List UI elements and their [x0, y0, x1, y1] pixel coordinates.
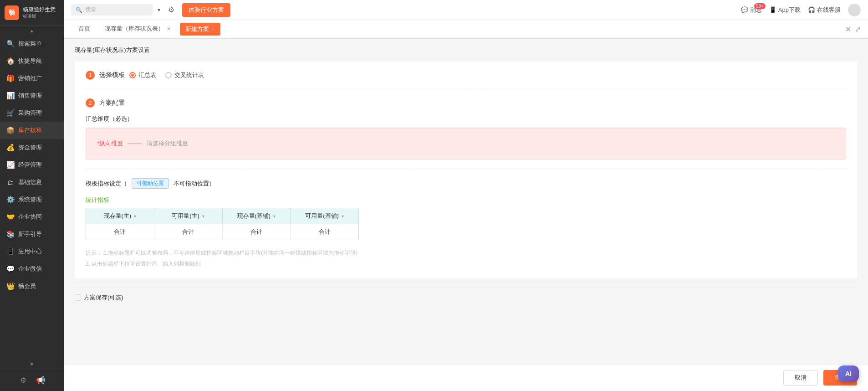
search-icon: 🔍: [6, 40, 15, 48]
tab-home-label: 首页: [78, 25, 90, 33]
sidebar-scroll-up[interactable]: ▲: [0, 26, 64, 35]
topbar-online-service[interactable]: 🎧 在线客服: [808, 6, 841, 14]
radio-summary-circle: [129, 72, 136, 78]
sidebar-item-marketing[interactable]: 🎁 营销推广: [0, 70, 64, 87]
sidebar-item-wecom[interactable]: 💬 企业微信: [0, 260, 64, 278]
sidebar-item-inventory[interactable]: 📦 库存核算: [0, 122, 64, 139]
indicator-label: 模板指标设定（: [86, 180, 127, 188]
sidebar-item-basicinfo[interactable]: 🗂 基础信息: [0, 174, 64, 191]
sidebar-item-newguide[interactable]: 📚 新手引导: [0, 226, 64, 243]
sidebar-item-label: 企业微信: [18, 265, 42, 273]
speaker-icon[interactable]: 📢: [34, 374, 47, 386]
dimension-placeholder: 请选择分组维度: [147, 139, 188, 148]
cart-icon: 🛒: [6, 109, 15, 117]
dimension-box[interactable]: *纵向维度 —— 请选择分组维度: [86, 128, 846, 159]
sidebar-item-label: 企业协同: [18, 213, 42, 221]
box-icon: 📦: [6, 126, 15, 134]
section1-title: 选择模板: [99, 71, 125, 79]
topbar-right: 💬 消息 99+ 📱 App下载 🎧 在线客服: [741, 4, 861, 16]
tab-expand-icon[interactable]: ⤢: [855, 25, 861, 34]
mobile-icon: 📱: [6, 247, 15, 256]
topbar-search-box[interactable]: 🔍 搜索: [71, 4, 153, 15]
sidebar-item-sales[interactable]: 📊 销售管理: [0, 87, 64, 104]
indicator-row: 模板指标设定（ 可拖动位置 不可拖动位置）: [86, 178, 846, 189]
sidebar-item-purchase[interactable]: 🛒 采购管理: [0, 104, 64, 122]
section-divider-2: [86, 169, 846, 169]
sidebar-item-label: 系统管理: [18, 196, 42, 204]
header-label-2: 现存量(基辅): [237, 212, 271, 220]
gear-icon: ⚙️: [6, 196, 15, 204]
sidebar-item-collab[interactable]: 🤝 企业协同: [0, 208, 64, 226]
tab-new-scheme[interactable]: 新建方案 ✕: [180, 23, 220, 36]
chart-icon: 📊: [6, 92, 15, 100]
tab-home[interactable]: 首页: [71, 20, 97, 38]
topbar-gear-icon[interactable]: ⚙: [165, 4, 178, 16]
user-avatar[interactable]: [848, 4, 861, 16]
sidebar-item-label: 畅会员: [18, 282, 36, 290]
section1-num: 1: [86, 71, 95, 80]
sidebar: 畅 畅康通好生意 标准版 ▲ 🔍 搜索菜单 🏠 快捷导航 🎁 营销推广 📊 销售…: [0, 0, 64, 391]
try-industry-button[interactable]: 体验行业方案: [182, 3, 230, 17]
topbar-dropdown[interactable]: ▾: [158, 7, 160, 13]
tab-new-close[interactable]: ✕: [211, 26, 215, 32]
tab-inventory-close[interactable]: ✕: [167, 26, 171, 32]
download-icon: 📱: [769, 6, 776, 13]
settings-icon[interactable]: ⚙: [17, 374, 30, 386]
headset-icon: 🎧: [808, 6, 815, 13]
chevron-down-icon-0: ▾: [134, 214, 136, 219]
sidebar-item-finance[interactable]: 💰 资金管理: [0, 139, 64, 156]
header-cell-1[interactable]: 可用量(主) ▾: [154, 208, 223, 224]
hint-title: 提示： 1.拖动标题栏可以调整布局，不可跨维度或指标区域拖动栏目字段(只能在同一…: [86, 247, 846, 258]
body-cell-0-2: 合计: [223, 224, 291, 240]
sidebar-item-appcenter[interactable]: 📱 应用中心: [0, 243, 64, 260]
search-icon: 🔍: [76, 7, 82, 13]
save-checkbox[interactable]: [75, 294, 81, 301]
topbar-message[interactable]: 💬 消息 99+: [741, 6, 762, 14]
sidebar-item-label: 经营管理: [18, 161, 42, 169]
header-cell-0[interactable]: 现存量(主) ▾: [86, 208, 154, 224]
sidebar-scroll-down[interactable]: ▼: [0, 360, 64, 369]
sidebar-item-operations[interactable]: 📈 经营管理: [0, 156, 64, 174]
chevron-down-icon: ▾: [158, 7, 160, 13]
trend-icon: 📈: [6, 161, 15, 169]
sidebar-item-label: 新手引导: [18, 230, 42, 238]
header-label-3: 可用量(基辅): [305, 212, 339, 220]
sidebar-item-label: 资金管理: [18, 144, 42, 152]
message-icon: 💬: [741, 6, 748, 13]
sidebar-item-search[interactable]: 🔍 搜索菜单: [0, 35, 64, 52]
sidebar-item-label: 搜索菜单: [18, 40, 42, 48]
save-option-row: 方案保存(可选): [75, 288, 857, 307]
radio-summary-table[interactable]: 汇总表: [129, 71, 156, 79]
tab-new-label: 新建方案: [185, 25, 209, 33]
topbar-app-download[interactable]: 📱 App下载: [769, 6, 801, 14]
ai-fab-button[interactable]: Ai: [838, 365, 859, 382]
search-placeholder: 搜索: [85, 6, 96, 14]
tab-inventory-label: 现存量（库存状况表）: [105, 25, 164, 33]
radio-summary-label: 汇总表: [138, 71, 156, 79]
template-radio-group: 汇总表 交叉统计表: [129, 71, 204, 79]
section2-header: 2 方案配置: [86, 98, 846, 108]
dimension-arrow: ——: [128, 139, 142, 148]
chat-icon: 💬: [6, 265, 15, 273]
cancel-button[interactable]: 取消: [783, 370, 818, 386]
sidebar-item-member[interactable]: 👑 畅会员: [0, 278, 64, 295]
sidebar-item-label: 销售管理: [18, 92, 42, 100]
header-cell-2[interactable]: 现存量(基辅) ▾: [223, 208, 291, 224]
radio-crosstab[interactable]: 交叉统计表: [165, 71, 204, 79]
content-area: 现存量(库存状况表)方案设置 1 选择模板 汇总表 交叉统计表: [64, 39, 868, 364]
tab-close-all-icon[interactable]: ✕: [845, 25, 851, 34]
chevron-down-icon-3: ▾: [342, 214, 344, 219]
hint-section: 提示： 1.拖动标题栏可以调整布局，不可跨维度或指标区域拖动栏目字段(只能在同一…: [86, 247, 846, 269]
chip-movable: 可拖动位置: [132, 178, 169, 189]
folder-icon: 🗂: [6, 178, 15, 186]
stats-table-row-0: 合计 合计 合计 合计: [86, 224, 358, 240]
indicator-fixed-label: 不可拖动位置）: [174, 180, 215, 188]
tabs-right-controls: ✕ ⤢: [845, 25, 861, 34]
section2-title: 方案配置: [99, 99, 125, 107]
sidebar-item-system[interactable]: ⚙️ 系统管理: [0, 191, 64, 208]
chevron-down-icon-2: ▾: [273, 214, 276, 219]
sidebar-item-quicknav[interactable]: 🏠 快捷导航: [0, 52, 64, 70]
header-cell-3[interactable]: 可用量(基辅) ▾: [291, 208, 358, 224]
tab-inventory-status[interactable]: 现存量（库存状况表） ✕: [97, 20, 178, 38]
sidebar-item-label: 采购管理: [18, 109, 42, 117]
